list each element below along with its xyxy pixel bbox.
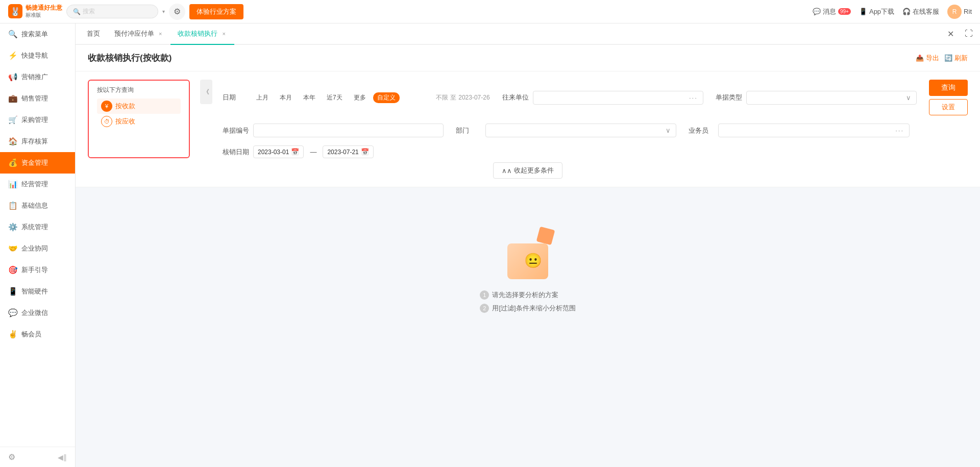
page-title: 收款核销执行(按收款): [88, 52, 172, 71]
doc-type-select[interactable]: ∨: [746, 91, 917, 105]
staff-select[interactable]: ···: [718, 124, 910, 137]
date-custom[interactable]: 自定义: [373, 92, 400, 103]
user-menu[interactable]: R Rit: [947, 5, 972, 19]
tab-prepay[interactable]: 预付冲应付单 ×: [107, 23, 170, 45]
sidebar-collapse-icon[interactable]: ◀‖: [58, 453, 67, 461]
doc-type-label: 单据类型: [716, 93, 742, 102]
empty-face-icon: 😐: [524, 252, 542, 269]
doc-number-input[interactable]: [253, 124, 444, 137]
user-avatar: R: [947, 5, 962, 19]
brand-name: 畅捷通好生意 标准版: [26, 4, 62, 18]
refresh-icon: 🔄: [944, 54, 952, 62]
filter-option-receivable[interactable]: ⏱ 按应收: [97, 114, 181, 129]
verify-date-to-input[interactable]: 2023-07-21 📅: [323, 145, 373, 158]
staff-dots[interactable]: ···: [895, 127, 904, 134]
flash-icon: ⚡: [8, 51, 17, 60]
page-header-actions: 📤 导出 🔄 刷新: [916, 54, 968, 70]
member-icon: ✌️: [8, 330, 17, 339]
industry-btn[interactable]: 体验行业方案: [189, 4, 243, 19]
query-btn[interactable]: 查询: [929, 80, 968, 96]
sidebar-item-hardware[interactable]: 📱 智能硬件: [0, 281, 75, 302]
filter-option-receipt[interactable]: ¥ 按收款: [97, 99, 181, 114]
date-no-limit: 不限 至 2023-07-26: [436, 93, 489, 102]
filter-row-2: 单据编号 部门 ∨ 业务员: [223, 124, 968, 137]
doc-type-field: 单据类型 ∨: [716, 91, 917, 105]
calendar-from-icon[interactable]: 📅: [291, 148, 299, 156]
filter-row-3: 核销日期 2023-03-01 📅 — 2023-07-21 📅: [223, 145, 968, 158]
refresh-btn[interactable]: 🔄 刷新: [944, 54, 968, 63]
settings-btn[interactable]: 设置: [929, 99, 968, 115]
unit-label: 往来单位: [502, 93, 529, 102]
sidebar-item-search-menu[interactable]: 🔍 搜索菜单: [0, 23, 75, 45]
doc-number-field: 单据编号: [223, 124, 444, 137]
sidebar-item-quick-nav[interactable]: ⚡ 快捷导航: [0, 45, 75, 66]
sidebar-item-system[interactable]: ⚙️ 系统管理: [0, 216, 75, 238]
dropdown-arrow-icon[interactable]: ▾: [162, 9, 165, 14]
date-this-month[interactable]: 本月: [276, 92, 296, 104]
date-last-month[interactable]: 上月: [252, 92, 273, 104]
purchase-icon: 🛒: [8, 115, 17, 125]
date-more[interactable]: 更多: [350, 92, 370, 104]
tab-receipt-verify-close[interactable]: ×: [220, 30, 227, 37]
verify-date-label: 核销日期: [223, 148, 249, 157]
message-icon: 💬: [813, 8, 821, 15]
empty-tips: 1 请先选择要分析的方案 2 用[过滤]条件来缩小分析范围: [480, 290, 575, 313]
search-bar[interactable]: 🔍 搜索: [66, 5, 158, 18]
right-btns: 查询 设置: [929, 80, 968, 115]
verify-date-from-input[interactable]: 2023-03-01 📅: [253, 145, 304, 158]
collapse-filter-btn[interactable]: 《: [200, 80, 212, 104]
filter-top-row: 按以下方查询 ¥ 按收款 ⏱ 按应收 《: [88, 80, 968, 158]
tip-num-2: 2: [480, 304, 489, 313]
online-service-btn[interactable]: 🎧 在线客服: [902, 7, 939, 16]
sidebar-item-guide[interactable]: 🎯 新手引导: [0, 259, 75, 281]
sidebar-settings-icon[interactable]: ⚙: [8, 452, 15, 462]
settings-icon[interactable]: ⚙: [169, 4, 185, 20]
unit-select[interactable]: ···: [533, 91, 703, 105]
empty-tip-2: 2 用[过滤]条件来缩小分析范围: [480, 304, 575, 313]
basic-info-icon: 📋: [8, 201, 17, 210]
guide-icon: 🎯: [8, 265, 17, 275]
message-btn[interactable]: 💬 消息 99+: [813, 7, 851, 16]
sidebar-item-wechat[interactable]: 💬 企业微信: [0, 302, 75, 324]
sidebar-item-marketing[interactable]: 📢 营销推广: [0, 66, 75, 88]
collapse-more-row: ∧∧ 收起更多条件: [88, 162, 968, 179]
date-label: 日期: [223, 93, 248, 102]
finance-icon: 💰: [8, 158, 17, 167]
sidebar-item-enterprise[interactable]: 🤝 企业协同: [0, 238, 75, 259]
sidebar-item-member[interactable]: ✌️ 畅会员: [0, 324, 75, 345]
sidebar-item-purchase[interactable]: 🛒 采购管理: [0, 109, 75, 131]
export-btn[interactable]: 📤 导出: [916, 54, 939, 63]
unit-dots[interactable]: ···: [689, 94, 698, 102]
brand-icon: 🐰: [8, 4, 22, 18]
calendar-to-icon[interactable]: 📅: [361, 148, 369, 156]
empty-box: 😐: [507, 243, 548, 279]
tab-fullscreen-btn[interactable]: ⛶: [962, 27, 976, 41]
date-7days[interactable]: 近7天: [323, 92, 347, 104]
search-icon: 🔍: [73, 8, 81, 15]
collapse-more-btn[interactable]: ∧∧ 收起更多条件: [493, 162, 562, 179]
tab-receipt-verify[interactable]: 收款核销执行 ×: [170, 23, 234, 45]
search-placeholder: 搜索: [83, 7, 95, 16]
sidebar-item-finance[interactable]: 💰 资金管理: [0, 152, 75, 174]
unit-field: 往来单位 ···: [502, 91, 703, 105]
tab-home[interactable]: 首页: [80, 23, 107, 45]
top-bar-right: 💬 消息 99+ 📱 App下载 🎧 在线客服 R Rit: [813, 5, 972, 19]
sidebar-item-operations[interactable]: 📊 经营管理: [0, 174, 75, 195]
sidebar-item-inventory[interactable]: 🏠 库存核算: [0, 131, 75, 152]
tab-prepay-close[interactable]: ×: [157, 30, 163, 37]
system-icon: ⚙️: [8, 223, 17, 232]
sidebar-item-basic-info[interactable]: 📋 基础信息: [0, 195, 75, 216]
search-icon: 🔍: [8, 30, 17, 39]
tip-num-1: 1: [480, 290, 489, 300]
sidebar-item-sales[interactable]: 💼 销售管理: [0, 88, 75, 109]
empty-state: 😐 1 请先选择要分析的方案 2 用[过滤]条件来缩小分析范围: [76, 187, 980, 354]
dept-field: 部门 ∨: [456, 124, 677, 137]
app-download-btn[interactable]: 📱 App下载: [859, 7, 894, 16]
tab-close-btn[interactable]: ✕: [943, 27, 958, 41]
dept-select[interactable]: ∨: [485, 124, 677, 137]
date-this-year[interactable]: 本年: [299, 92, 320, 104]
empty-tip-1: 1 请先选择要分析的方案: [480, 290, 575, 300]
tab-bar: 首页 预付冲应付单 × 收款核销执行 × ✕ ⛶: [76, 23, 980, 45]
brand-logo: 🐰 畅捷通好生意 标准版: [8, 4, 62, 18]
filter-panel: 按以下方查询 ¥ 按收款 ⏱ 按应收 《: [76, 71, 980, 187]
